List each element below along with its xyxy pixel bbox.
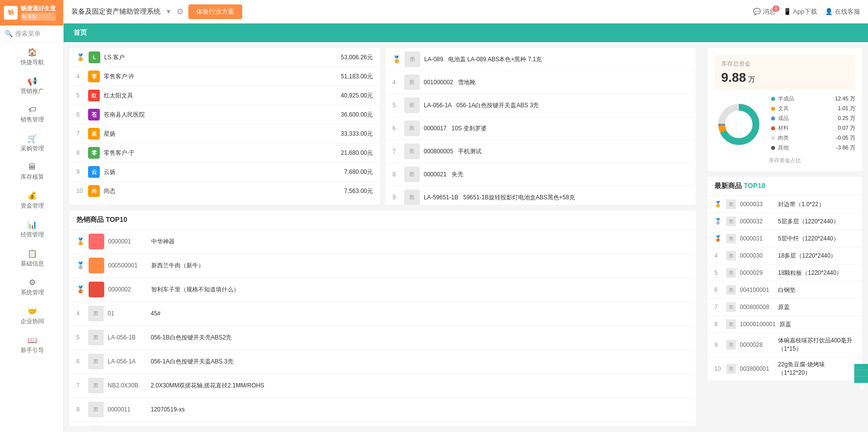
- customer-value-7: 7,680.00元: [344, 168, 373, 176]
- hot-rank-7: 7: [76, 382, 84, 389]
- hot-rank-5: 5: [76, 334, 84, 341]
- float-hotline[interactable]: 客服热线: [854, 364, 868, 370]
- new-products-list: 🏅 图 0000033 封边带（1.0*22） 🥈 图 0000032 5层多层…: [708, 196, 862, 381]
- customer-avatar-7: 云: [88, 166, 100, 178]
- customer-rank-item-3: 5 红 红太阳文具 40,925.00元: [69, 86, 380, 105]
- hot-medal-3: 🥉: [76, 286, 85, 293]
- sidebar-item-operation[interactable]: 📊 经营管理: [0, 215, 63, 244]
- product-thumb-6: 图: [404, 167, 420, 182]
- new-thumb-8: 图: [726, 319, 736, 329]
- sidebar-item-guide[interactable]: 📖 新手引导: [0, 331, 63, 360]
- chart-legend: 半成品 12.45 万 文具 1.01 万 成品 0.25 万: [771, 95, 855, 154]
- hot-name-7: 2.0X30MM双搓花轴,搓花直径2.1MM/ROHS: [151, 382, 689, 390]
- hot-rank-8: 8: [76, 406, 84, 413]
- hot-thumb-9: 图: [88, 426, 104, 426]
- customer-rank-item-4: 6 苍 苍南县人民医院 36,600.00元: [69, 105, 380, 124]
- legend-2: 文具 1.01 万: [771, 105, 855, 112]
- hot-thumb-6: 图: [88, 354, 104, 369]
- hot-rank-6: 6: [76, 358, 84, 365]
- rank-num-6: 8: [76, 149, 84, 156]
- search-label: 搜索菜单: [15, 29, 41, 38]
- legend-value-2: 1.01 万: [838, 105, 855, 112]
- hot-product-8: 8 图 0000011 12070519-xs: [69, 398, 696, 422]
- customer-value-8: 7,563.00元: [344, 187, 373, 195]
- tab-home[interactable]: 首页: [64, 24, 97, 42]
- product-rank-list: 🏅 图 LA-089 电池盖 LA-089 ABS本色+黑种 7.1克 4 图 …: [386, 48, 696, 205]
- new-rank-8: 8: [714, 321, 722, 328]
- hot-products-list: 🏅 0000001 中华神器 🥈 000500001 新西兰牛肉（新牛） 🥉: [69, 230, 696, 426]
- customer-value-5: 33,333.00元: [341, 130, 373, 138]
- new-product-8: 8 图 10000100001 原盖: [708, 316, 862, 333]
- app-download-button[interactable]: 📱 App下载: [783, 7, 817, 16]
- new-thumb-9: 图: [726, 340, 736, 350]
- hot-code-3: 0000002: [108, 286, 147, 293]
- hot-code-4: 01: [108, 310, 147, 317]
- legend-dot-5: [771, 136, 775, 140]
- new-thumb-1: 图: [726, 199, 736, 209]
- sidebar-nav: 🏠 快捷导航 📢 营销推广 🏷 销售管理 🛒 采购管理 🏛 库存核算 💰 资金管…: [0, 43, 63, 432]
- customer-avatar-1: L: [89, 51, 100, 63]
- customer-avatar-2: 零: [88, 71, 100, 82]
- nav-label-purchase: 采购管理: [21, 144, 44, 153]
- new-rank-9: 9: [714, 341, 722, 348]
- legend-3: 成品 0.25 万: [771, 115, 855, 122]
- new-product-9: 9 图 0000028 体碗嘉枝味苏打饮品400毫升（1*15）: [708, 333, 862, 357]
- sidebar-item-inventory[interactable]: 🏛 库存核算: [0, 158, 63, 186]
- dropdown-icon[interactable]: ▼: [165, 8, 172, 15]
- new-thumb-4: 图: [726, 251, 736, 261]
- new-name-8: 原盖: [779, 320, 855, 329]
- messages-badge: 6: [773, 5, 779, 12]
- sidebar-item-marketing[interactable]: 📢 营销推广: [0, 72, 63, 100]
- new-rank-6: 6: [714, 287, 722, 293]
- legend-value-6: -3.86 万: [836, 144, 855, 151]
- medal-1: 🏅: [76, 53, 85, 61]
- finance-icon: 💰: [27, 191, 37, 200]
- customer-value-4: 36,600.00元: [341, 111, 373, 119]
- sidebar-search[interactable]: 🔍 搜索菜单: [0, 25, 63, 43]
- new-product-7: 7 图 000800008 原盖: [708, 299, 862, 316]
- customer-name-3: 红太阳文具: [104, 92, 337, 100]
- sidebar-item-cooperation[interactable]: 🤝 企业协同: [0, 302, 63, 331]
- online-service-button[interactable]: 👤 在线客服: [825, 7, 860, 16]
- sidebar-item-sales[interactable]: 🏷 销售管理: [0, 100, 63, 129]
- nav-label-finance: 资金管理: [21, 202, 44, 210]
- float-community[interactable]: 服务社区: [854, 370, 868, 377]
- hot-code-7: NB2.0X30B: [108, 382, 147, 389]
- new-name-9: 体碗嘉枝味苏打饮品400毫升（1*15）: [778, 336, 855, 353]
- product-code-1: LA-089 电池盖 LA-089 ABS本色+黑种 7.1克: [424, 55, 689, 64]
- hot-product-2: 🥈 000500001 新西兰牛肉（新牛）: [69, 254, 696, 278]
- customer-avatar-6: 零: [88, 147, 100, 159]
- nav-label-marketing: 营销推广: [21, 87, 44, 96]
- float-live[interactable]: 直播: [854, 377, 868, 383]
- hot-name-6: 056-1A白色按键开关盖ABS 3壳: [151, 358, 689, 366]
- new-name-10: 22g鱼豆腐-烧烤味（1*12*20）: [778, 360, 855, 377]
- product-info-2: 001000002 雪地靴: [424, 78, 689, 87]
- hot-medal-1: 🏅: [76, 238, 85, 245]
- nav-label-quick: 快捷导航: [21, 58, 44, 67]
- product-medal-1: 🏅: [392, 55, 401, 63]
- rank-num-8: 10: [76, 188, 84, 194]
- new-code-10: 003800001: [740, 365, 774, 372]
- trial-button[interactable]: 体验行业方案: [188, 4, 242, 19]
- legend-4: 材料 0.07 万: [771, 124, 855, 132]
- settings-icon[interactable]: ⚙: [177, 7, 183, 16]
- sidebar-item-system[interactable]: ⚙ 系统管理: [0, 273, 63, 302]
- customer-avatar-5: 星: [88, 128, 100, 140]
- hot-name-2: 新西兰牛肉（新牛）: [151, 262, 689, 270]
- sidebar-item-purchase[interactable]: 🛒 采购管理: [0, 129, 63, 158]
- customer-rank-item-2: 4 零 零售客户·许 51,183.00元: [69, 67, 380, 86]
- customer-name-6: 零售客户·于: [104, 149, 337, 157]
- mobile-icon: 📱: [783, 8, 791, 15]
- customer-rank-item-5: 7 星 星扬 33,333.00元: [69, 124, 380, 144]
- rank-num-3: 5: [76, 92, 84, 99]
- new-code-1: 0000033: [740, 201, 774, 208]
- sidebar-item-quick[interactable]: 🏠 快捷导航: [0, 43, 63, 72]
- customer-value-1: 53,006.26元: [341, 53, 373, 62]
- new-name-2: 5层多层（1220*2440）: [778, 217, 855, 226]
- product-rank-panel: 🏅 图 LA-089 电池盖 LA-089 ABS本色+黑种 7.1克 4 图 …: [386, 48, 696, 205]
- sidebar-item-basic[interactable]: 📋 基础信息: [0, 244, 63, 273]
- sidebar-logo[interactable]: 畅 畅捷通好生意 标准版: [0, 0, 63, 25]
- messages-button[interactable]: 💬 消息 6: [753, 7, 776, 16]
- hot-thumb-7: 图: [88, 378, 104, 393]
- sidebar-item-finance[interactable]: 💰 资金管理: [0, 186, 63, 215]
